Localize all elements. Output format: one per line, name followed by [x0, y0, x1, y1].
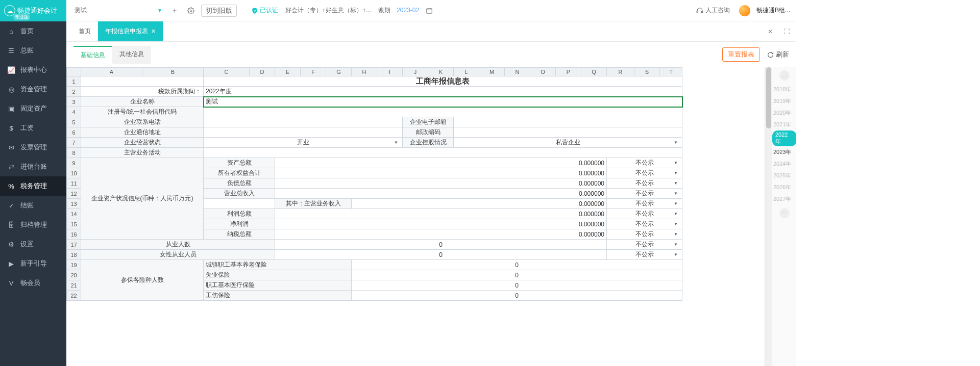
- column-header[interactable]: S: [634, 68, 660, 76]
- column-header[interactable]: L: [454, 68, 479, 76]
- reset-report-button[interactable]: 重置报表: [722, 47, 760, 62]
- publish-select[interactable]: 不公示▼: [607, 219, 682, 229]
- column-header[interactable]: O: [530, 68, 556, 76]
- sidebar-item-asset[interactable]: ▣固定资产: [0, 99, 66, 118]
- subtab-基础信息[interactable]: 基础信息: [74, 46, 112, 64]
- year-2024年[interactable]: 2024年: [772, 158, 796, 170]
- column-header[interactable]: F: [301, 68, 326, 76]
- sheet-scroll[interactable]: ABCDEFGHIJKLMNOPQRST 1工商年报信息表 2税款所属期间：20…: [66, 67, 765, 366]
- tab-首页[interactable]: 首页: [71, 21, 98, 41]
- year-2019年[interactable]: 2019年: [772, 95, 796, 107]
- email-cell[interactable]: [454, 117, 682, 127]
- phone-cell[interactable]: [204, 117, 403, 127]
- sidebar-item-archive[interactable]: 🗄归档管理: [0, 215, 66, 234]
- total-profit-cell[interactable]: 0.000000: [275, 209, 607, 219]
- sidebar-item-home[interactable]: ⌂首页: [0, 21, 66, 41]
- year-2026年[interactable]: 2026年: [772, 181, 796, 193]
- column-header[interactable]: D: [250, 68, 275, 76]
- publish-select[interactable]: 不公示▼: [607, 250, 682, 260]
- column-header[interactable]: N: [505, 68, 530, 76]
- add-button[interactable]: ＋: [168, 5, 181, 17]
- tab-年报信息申报表[interactable]: 年报信息申报表✕: [98, 21, 163, 41]
- column-header[interactable]: A: [81, 68, 142, 76]
- publish-select[interactable]: 不公示▼: [607, 189, 682, 199]
- total-tax-cell[interactable]: 0.000000: [275, 229, 607, 240]
- sidebar-item-inout[interactable]: ⇄进销台账: [0, 157, 66, 176]
- injury-cell[interactable]: 0: [352, 291, 682, 301]
- sidebar-item-chart[interactable]: 📈报表中心: [0, 60, 66, 80]
- column-header[interactable]: E: [275, 68, 301, 76]
- postcode-cell[interactable]: [454, 127, 682, 138]
- total-assets-cell[interactable]: 0.000000: [275, 158, 607, 168]
- publish-select[interactable]: 不公示▼: [607, 240, 682, 250]
- sidebar-item-guide[interactable]: ▶新手引导: [0, 254, 66, 273]
- pension-cell[interactable]: 0: [352, 260, 682, 270]
- employees-cell[interactable]: 0: [275, 240, 607, 250]
- publish-select[interactable]: 不公示▼: [607, 178, 682, 189]
- year-down-button[interactable]: ﹀: [779, 208, 790, 218]
- column-header[interactable]: R: [607, 68, 634, 76]
- period-selector[interactable]: 2023-02: [397, 7, 419, 14]
- fullscreen-button[interactable]: ⛶: [781, 26, 792, 37]
- year-2025年[interactable]: 2025年: [772, 170, 796, 181]
- vertical-scrollbar[interactable]: [765, 67, 772, 366]
- address-cell[interactable]: [204, 127, 403, 138]
- company-name-cell[interactable]: 测试: [204, 97, 682, 107]
- total-liab-cell[interactable]: 0.000000: [275, 178, 607, 189]
- owner-equity-cell[interactable]: 0.000000: [275, 168, 607, 178]
- column-header[interactable]: [67, 68, 81, 76]
- sidebar-item-close-period[interactable]: ✓结账: [0, 196, 66, 215]
- column-header[interactable]: K: [428, 68, 454, 76]
- year-2020年[interactable]: 2020年: [772, 107, 796, 119]
- year-2022年[interactable]: 2022年: [772, 130, 796, 146]
- refresh-button[interactable]: 刷新: [767, 50, 789, 59]
- support-link[interactable]: 人工咨询: [696, 6, 730, 15]
- unemployment-cell[interactable]: 0: [352, 270, 682, 280]
- calendar-icon[interactable]: [423, 5, 435, 17]
- sidebar-item-ledger[interactable]: ☰总账: [0, 41, 66, 60]
- publish-select[interactable]: 不公示▼: [607, 168, 682, 178]
- column-header[interactable]: T: [660, 68, 682, 76]
- year-2018年[interactable]: 2018年: [772, 84, 796, 95]
- year-2023年[interactable]: 2023年: [772, 146, 796, 158]
- year-up-button[interactable]: ︿: [779, 70, 790, 81]
- publish-select[interactable]: 不公示▼: [607, 209, 682, 219]
- column-header[interactable]: C: [204, 68, 250, 76]
- org-selector[interactable]: 测试 ▼: [72, 4, 164, 17]
- business-status-select[interactable]: 开业▼: [204, 138, 403, 148]
- main-revenue-cell[interactable]: 0.000000: [352, 199, 607, 209]
- sidebar-item-vip[interactable]: V畅会员: [0, 273, 66, 293]
- sidebar-item-invoice[interactable]: ✉发票管理: [0, 138, 66, 157]
- total-revenue-cell[interactable]: 0.000000: [275, 189, 607, 199]
- column-header[interactable]: I: [377, 68, 403, 76]
- publish-select[interactable]: 不公示▼: [607, 158, 682, 168]
- sidebar-item-tax[interactable]: %税务管理: [0, 176, 66, 196]
- publish-select[interactable]: 不公示▼: [607, 229, 682, 240]
- sidebar-item-fund[interactable]: ◎资金管理: [0, 80, 66, 99]
- year-2021年[interactable]: 2021年: [772, 119, 796, 130]
- sidebar-item-settings[interactable]: ⚙设置: [0, 234, 66, 254]
- close-all-tabs-button[interactable]: ✕: [765, 26, 776, 37]
- column-header[interactable]: M: [479, 68, 505, 76]
- female-employees-cell[interactable]: 0: [275, 250, 607, 260]
- main-business-cell[interactable]: [204, 148, 682, 158]
- close-icon[interactable]: ✕: [151, 28, 156, 35]
- avatar[interactable]: [739, 5, 750, 16]
- publish-select[interactable]: 不公示▼: [607, 199, 682, 209]
- sidebar-item-salary[interactable]: $工资: [0, 118, 66, 138]
- sidebar-item-label: 归档管理: [20, 220, 47, 229]
- column-header[interactable]: Q: [581, 68, 607, 76]
- year-2027年[interactable]: 2027年: [772, 193, 796, 205]
- credit-code-cell[interactable]: [204, 107, 682, 117]
- column-header[interactable]: P: [556, 68, 581, 76]
- net-profit-cell[interactable]: 0.000000: [275, 219, 607, 229]
- column-header[interactable]: J: [403, 68, 428, 76]
- holding-type-select[interactable]: 私营企业▼: [454, 138, 682, 148]
- switch-old-button[interactable]: 切到旧版: [201, 5, 237, 17]
- column-header[interactable]: G: [326, 68, 352, 76]
- column-header[interactable]: B: [142, 68, 204, 76]
- column-header[interactable]: H: [352, 68, 377, 76]
- medical-cell[interactable]: 0: [352, 280, 682, 291]
- gear-icon[interactable]: [185, 5, 197, 17]
- subtab-其他信息[interactable]: 其他信息: [112, 46, 151, 64]
